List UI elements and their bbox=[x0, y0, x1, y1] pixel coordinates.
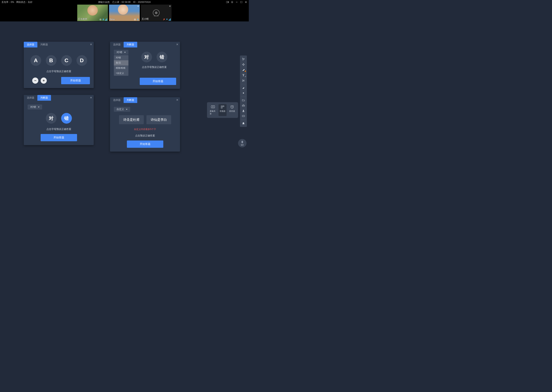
svg-text:✕: ✕ bbox=[222, 107, 222, 108]
right-toolbar: T◢ bbox=[240, 56, 247, 127]
start-button[interactable]: 开始答题 bbox=[61, 77, 90, 84]
text-icon[interactable]: T◢ bbox=[241, 73, 246, 78]
start-button[interactable]: 开始答题 bbox=[140, 78, 176, 85]
volume-bars bbox=[105, 18, 107, 21]
tile-close-icon[interactable]: ✕ bbox=[169, 5, 171, 7]
tile-name: 王小明 bbox=[142, 17, 149, 21]
fp-label: 答题器 bbox=[220, 110, 225, 112]
hint-text: 点击预设正确答案 bbox=[114, 134, 176, 137]
target-icon bbox=[134, 18, 136, 21]
start-button[interactable]: 开始答题 bbox=[41, 134, 77, 141]
tab-choice[interactable]: 选择题 bbox=[110, 97, 124, 103]
answer-tool-button[interactable]: AB✕ 答题器 bbox=[218, 104, 226, 116]
tile-name: Nina bbox=[110, 18, 115, 21]
toolbox-icon[interactable] bbox=[241, 103, 246, 108]
close-icon[interactable]: ✕ bbox=[176, 98, 178, 101]
hint-text: 点击字母预设正确答案 bbox=[28, 127, 90, 131]
video-strip: 叮当老师 ✕ Nina ✕ 王小明 bbox=[0, 4, 249, 21]
dot-icon[interactable] bbox=[241, 91, 246, 96]
video-tile-teacher[interactable]: 叮当老师 bbox=[77, 5, 108, 21]
maximize-icon[interactable] bbox=[240, 1, 243, 3]
close-icon[interactable]: ✕ bbox=[176, 43, 178, 46]
network-status: 网络状态：良好 bbox=[16, 0, 32, 4]
svg-text:B: B bbox=[223, 106, 224, 107]
option-c[interactable]: C bbox=[61, 55, 72, 66]
close-icon[interactable] bbox=[245, 1, 247, 3]
plus-button[interactable]: + bbox=[41, 77, 47, 84]
svg-point-15 bbox=[242, 81, 243, 82]
svg-rect-0 bbox=[226, 1, 228, 3]
svg-point-21 bbox=[243, 116, 243, 116]
quiz-panel-judge-selected[interactable]: 选择题 判断题 ✕ 对/错 对 错 点击字母预设正确答案 开始答题 bbox=[24, 95, 94, 145]
option-true[interactable]: 对 bbox=[141, 52, 152, 63]
tile-close-icon[interactable]: ✕ bbox=[137, 5, 139, 7]
tab-choice[interactable]: 选择题 bbox=[24, 95, 37, 101]
dropdown-item[interactable]: 精致/粗糙 bbox=[114, 65, 128, 71]
option-d[interactable]: D bbox=[76, 55, 87, 66]
svg-point-13 bbox=[244, 59, 245, 59]
minus-button[interactable]: − bbox=[32, 77, 38, 84]
mic-muted-icon bbox=[163, 18, 165, 21]
dropdown-menu: 对/错 美/丑 精致/粗糙 +自定义 bbox=[114, 55, 128, 76]
fp-label: 屏幕共享 bbox=[210, 110, 216, 115]
folder-icon[interactable] bbox=[241, 98, 246, 103]
quiz-panel-custom[interactable]: 选择题 判断题 ✕ 自定义 诗圣是杜甫 诗仙是李白 自定义内容最多5个字 点击预… bbox=[110, 97, 180, 152]
dropdown-item[interactable]: 对/错 bbox=[114, 55, 128, 60]
option-false[interactable]: 错 bbox=[61, 113, 72, 124]
hand-count: 0/2 bbox=[241, 144, 244, 146]
type-dropdown[interactable]: 对/错 bbox=[28, 105, 42, 110]
move-icon[interactable] bbox=[241, 62, 246, 67]
tile-name: 叮当老师 bbox=[78, 17, 87, 21]
dropdown-item[interactable]: +自定义 bbox=[114, 71, 128, 76]
close-icon[interactable]: ✕ bbox=[90, 96, 92, 99]
session-id: ID：2020070324 bbox=[133, 0, 151, 4]
mic-icon bbox=[102, 18, 104, 21]
quiz-panel-judge-dropdown[interactable]: 选择题 判断题 ✕ 对/错 对/错 美/丑 精致/粗糙 +自定义 对 错 点击字… bbox=[110, 42, 180, 89]
tab-judge[interactable]: 判断题 bbox=[124, 42, 137, 48]
scissors-icon[interactable] bbox=[241, 78, 246, 83]
class-time: 已上课：02:34:09 bbox=[112, 0, 131, 4]
start-button[interactable]: 开始答题 bbox=[127, 140, 163, 148]
camera-toggle-icon[interactable] bbox=[226, 1, 229, 3]
tab-judge[interactable]: 判断题 bbox=[37, 42, 51, 48]
custom-option-1[interactable]: 诗圣是杜甫 bbox=[119, 115, 144, 124]
type-dropdown[interactable]: 自定义 bbox=[114, 107, 130, 112]
pen-icon[interactable] bbox=[241, 67, 246, 72]
chat-icon[interactable] bbox=[241, 114, 246, 119]
tab-judge[interactable]: 判断题 bbox=[37, 95, 51, 101]
custom-option-2[interactable]: 诗仙是李白 bbox=[146, 115, 171, 124]
warning-text: 自定义内容最多5个字 bbox=[114, 128, 176, 131]
svg-point-12 bbox=[244, 58, 244, 59]
eraser-icon[interactable] bbox=[241, 85, 246, 90]
top-bar: 丢包率：0% 网络状态：良好 神秘大自然 已上课：02:34:09 ID：202… bbox=[0, 0, 249, 4]
mic-icon bbox=[166, 18, 168, 21]
option-b[interactable]: B bbox=[46, 55, 57, 66]
minimize-icon[interactable] bbox=[235, 1, 238, 3]
tab-choice[interactable]: 选择题 bbox=[24, 42, 37, 48]
settings-icon[interactable] bbox=[231, 1, 233, 3]
raise-hand-button[interactable]: 0/2 bbox=[238, 139, 247, 147]
camera-off-icon bbox=[153, 9, 160, 16]
buzzer-button[interactable]: 抢答器 bbox=[228, 104, 236, 116]
bell-icon[interactable] bbox=[241, 121, 246, 126]
tab-judge[interactable]: 判断题 bbox=[124, 97, 137, 103]
option-true[interactable]: 对 bbox=[46, 113, 57, 124]
svg-rect-5 bbox=[103, 19, 104, 20]
svg-point-19 bbox=[243, 110, 244, 111]
pointer-icon[interactable] bbox=[241, 57, 246, 62]
video-tile-student-1[interactable]: ✕ Nina bbox=[109, 5, 140, 21]
video-tile-student-2[interactable]: ✕ 王小明 bbox=[141, 5, 172, 21]
type-dropdown[interactable]: 对/错 bbox=[114, 50, 128, 55]
volume-bars bbox=[169, 18, 171, 21]
svg-point-22 bbox=[243, 116, 244, 116]
quiz-panel-choice[interactable]: 选择题 判断题 ✕ A B C D 点击字母预设正确答案 − + 开始答题 bbox=[24, 42, 94, 88]
packet-loss: 丢包率：0% bbox=[1, 0, 14, 4]
tab-choice[interactable]: 选择题 bbox=[110, 42, 124, 48]
svg-point-7 bbox=[135, 19, 135, 20]
dropdown-item[interactable]: 美/丑 bbox=[114, 60, 128, 65]
user-icon[interactable] bbox=[241, 108, 246, 113]
option-false[interactable]: 错 bbox=[157, 52, 167, 63]
option-a[interactable]: A bbox=[30, 55, 41, 66]
close-icon[interactable]: ✕ bbox=[90, 43, 92, 46]
screen-share-button[interactable]: 屏幕共享 bbox=[209, 104, 217, 116]
